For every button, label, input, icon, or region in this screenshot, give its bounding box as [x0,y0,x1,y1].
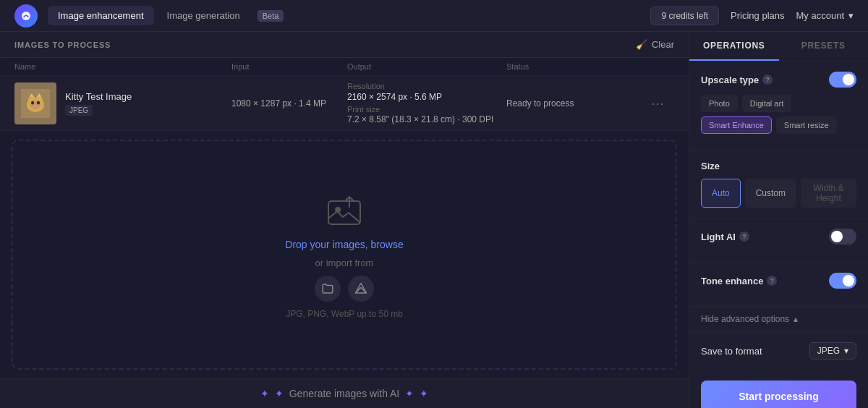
light-ai-label: Light AI [701,231,736,242]
status-badge: Ready to process [506,98,651,109]
import-icons [315,276,374,302]
tone-enhance-info-icon: ? [767,276,777,286]
upscale-type-info-icon: ? [762,75,773,85]
clear-button[interactable]: 🧹 Clear [636,39,674,50]
type-btn-digital-art[interactable]: Digital art [742,95,791,112]
sparkle-right-icon: ✦ [405,388,414,399]
tone-enhance-header: Tone enhance ? [701,273,856,289]
drive-import-button[interactable] [348,276,374,302]
upscale-type-section: Upscale type ? Photo Digital art Smart E… [689,61,868,150]
col-actions [651,62,680,71]
save-format-label: Save to format [701,346,762,357]
ops-tabs: OPERATIONS PRESETS [689,32,868,61]
more-button[interactable]: ⋯ [651,95,680,111]
svg-point-10 [34,104,37,106]
table-header: Name Input Output Status [0,58,689,76]
output-section: Resolution 2160 × 2574 px · 5.6 MP Print… [347,82,506,124]
start-processing-button[interactable]: Start processing [701,381,856,408]
pricing-link[interactable]: Pricing plans [731,10,784,21]
size-btn-width-height[interactable]: Width & Height [801,179,856,208]
images-bar: IMAGES TO PROCESS 🧹 Clear [0,32,689,58]
file-name: Kitty Test Image [65,91,132,102]
sparkle-left2-icon: ✦ [275,388,284,399]
size-btn-custom[interactable]: Custom [745,179,796,208]
size-buttons: Auto Custom Width & Height [701,179,856,208]
upscale-type-buttons: Photo Digital art Smart Enhance Smart re… [701,95,856,134]
light-ai-info-icon: ? [739,231,749,242]
logo [14,4,38,27]
advanced-options-label: Hide advanced options [701,314,789,324]
tone-enhance-toggle[interactable] [829,273,856,289]
image-upload-icon [326,191,363,231]
size-title: Size [701,161,856,171]
tone-enhance-label: Tone enhance [701,276,763,286]
light-ai-title: Light AI ? [701,231,749,242]
upscale-type-toggle[interactable] [829,72,856,88]
upscale-type-header: Upscale type ? [701,72,856,88]
credits-badge: 9 credits left [650,7,719,25]
generate-bar[interactable]: ✦ ✦ Generate images with AI ✦ ✦ [0,378,689,408]
col-output: Output [347,62,506,71]
light-ai-section: Light AI ? [689,218,868,263]
tone-enhance-section: Tone enhance ? [689,263,868,307]
upscale-type-title: Upscale type ? [701,75,773,85]
account-button[interactable]: My account ▾ [796,10,854,21]
file-details: Kitty Test Image JPEG [65,91,132,116]
folder-import-button[interactable] [315,276,341,302]
left-panel: IMAGES TO PROCESS 🧹 Clear Name Input Out… [0,32,689,408]
thumbnail [14,82,56,124]
col-input: Input [231,62,347,71]
svg-rect-11 [328,201,360,224]
light-ai-header: Light AI ? [701,229,856,245]
format-chevron-icon: ▾ [844,346,848,356]
input-dimensions: 1080 × 1287 px · 1.4 MP [231,98,347,109]
type-btn-photo[interactable]: Photo [701,95,738,112]
beta-badge: Beta [258,10,284,22]
nav-tab-image-generation[interactable]: Image generation [157,6,250,25]
table-row: Kitty Test Image JPEG 1080 × 1287 px · 1… [0,76,689,131]
output-resolution: 2160 × 2574 px · 5.6 MP [347,92,506,102]
import-text: or import from [315,258,374,268]
col-status: Status [506,62,651,71]
nav-tab-image-enhancement[interactable]: Image enhancement [48,6,154,25]
file-info: Kitty Test Image JPEG [14,82,231,124]
drop-text: Drop your images, browse [285,239,403,250]
right-panel: OPERATIONS PRESETS Upscale type ? Photo … [689,32,868,408]
svg-point-8 [31,101,34,104]
size-section: Size Auto Custom Width & Height [689,150,868,218]
tone-enhance-title: Tone enhance ? [701,276,777,286]
save-format-section: Save to format JPEG ▾ [689,332,868,370]
chevron-down-icon: ▾ [848,10,854,21]
sparkle-left-icon: ✦ [260,388,269,399]
header: Image enhancement Image generation Beta … [0,0,868,32]
file-types: JPG, PNG, WebP up to 50 mb [286,309,403,319]
sparkle-right2-icon: ✦ [420,388,428,399]
format-value: JPEG [817,346,840,356]
output-label: Resolution [347,82,506,90]
jpeg-badge: JPEG [65,105,93,116]
generate-label: Generate images with AI [289,388,400,399]
clear-label: Clear [652,39,674,50]
account-label: My account [796,10,844,21]
size-btn-auto[interactable]: Auto [701,179,741,208]
format-select[interactable]: JPEG ▾ [809,342,856,360]
tab-operations[interactable]: OPERATIONS [689,32,779,61]
tab-presets[interactable]: PRESETS [779,32,869,61]
advanced-options-toggle[interactable]: Hide advanced options ▴ [689,307,868,332]
type-btn-smart-resize[interactable]: Smart resize [776,116,837,134]
broom-icon: 🧹 [636,39,647,50]
nav-tabs: Image enhancement Image generation Beta [48,6,284,25]
images-bar-title: IMAGES TO PROCESS [14,41,111,49]
print-label: Print size [347,105,506,114]
drop-zone[interactable]: Drop your images, browse or import from [12,140,677,370]
svg-point-9 [37,101,40,104]
col-name: Name [14,62,231,71]
type-btn-smart-enhance[interactable]: Smart Enhance [701,116,772,134]
upscale-type-label: Upscale type [701,75,759,85]
light-ai-toggle[interactable] [829,229,856,245]
browse-link[interactable]: browse [371,239,404,250]
drop-label: Drop your images, [285,239,367,250]
chevron-up-icon: ▴ [793,314,798,324]
main-layout: IMAGES TO PROCESS 🧹 Clear Name Input Out… [0,32,868,408]
size-label: Size [701,161,720,171]
